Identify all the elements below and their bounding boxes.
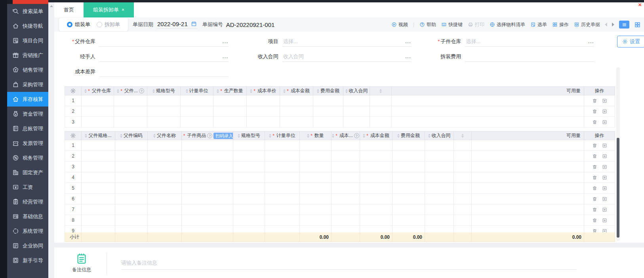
- sidebar-item-system-mgmt[interactable]: 系统管理: [7, 224, 48, 238]
- add-row-icon[interactable]: [602, 109, 607, 114]
- cell-cost-price[interactable]: [247, 117, 280, 127]
- tab-assembly-disassembly[interactable]: 组装拆卸单×: [84, 2, 134, 17]
- toolbar-help[interactable]: 帮助: [419, 21, 436, 28]
- cell-qty[interactable]: [300, 172, 332, 183]
- cell-fee-amount[interactable]: [392, 151, 425, 161]
- trash-icon[interactable]: [592, 228, 597, 233]
- sort-icon[interactable]: [379, 89, 382, 93]
- field-input-project[interactable]: 选择...···: [282, 36, 412, 47]
- field-input-income-contract[interactable]: 收入合同···: [282, 51, 412, 62]
- add-row-icon[interactable]: [602, 143, 607, 148]
- column-settings-button[interactable]: [65, 131, 82, 140]
- chevron-right-icon[interactable]: [612, 23, 614, 27]
- sort-icon[interactable]: [85, 134, 87, 138]
- field-input-cost-variance[interactable]: [99, 67, 229, 77]
- cell-cost-price[interactable]: [247, 106, 280, 116]
- sidebar-item-inventory-accounting[interactable]: 库存核算: [7, 92, 48, 107]
- cell-qty[interactable]: [300, 140, 332, 150]
- cell-fee-amount[interactable]: [313, 95, 343, 106]
- help-icon[interactable]: ?: [139, 88, 144, 93]
- cell-income-contract[interactable]: [343, 106, 370, 116]
- cell-spec-model[interactable]: [233, 162, 265, 172]
- sidebar-item-enterprise-collab[interactable]: 企业协同: [7, 238, 48, 253]
- more-options-button[interactable]: ···: [588, 40, 594, 45]
- cell-available[interactable]: [553, 140, 584, 150]
- sidebar-item-funds-mgmt[interactable]: 资金管理: [7, 107, 48, 121]
- cell-qty[interactable]: [300, 183, 332, 193]
- close-icon[interactable]: ×: [638, 2, 642, 8]
- cell-qty[interactable]: [300, 151, 332, 161]
- add-row-icon[interactable]: [602, 175, 607, 180]
- scroll-up-arrow-icon[interactable]: [50, 5, 53, 7]
- cell-cost-amount[interactable]: [360, 140, 392, 150]
- sidebar-item-beginner-guide[interactable]: 新手引导: [7, 253, 48, 268]
- cell-blank[interactable]: [454, 162, 472, 172]
- cell-parent-code[interactable]: [115, 172, 148, 183]
- cell-income-contract[interactable]: [425, 194, 454, 204]
- cell-cost-amount[interactable]: [280, 117, 313, 127]
- cell-spec-model[interactable]: [233, 151, 265, 161]
- cell-unit[interactable]: [265, 151, 300, 161]
- cell-qty[interactable]: [300, 204, 332, 215]
- radio-assembly[interactable]: 组装单: [67, 21, 90, 28]
- sidebar-item-business-mgmt[interactable]: 经营管理: [7, 194, 48, 209]
- remarks-input[interactable]: 请输入备注信息: [121, 257, 577, 270]
- cell-cost-amount[interactable]: [360, 151, 392, 161]
- cell-fee-amount[interactable]: [392, 204, 425, 215]
- cell-qty[interactable]: [300, 215, 332, 225]
- sort-icon[interactable]: [397, 134, 400, 138]
- more-options-button[interactable]: ···: [223, 55, 229, 60]
- cell-cost-price[interactable]: [332, 162, 360, 172]
- cell-cost-amount[interactable]: [360, 194, 392, 204]
- sidebar-item-marketing[interactable]: 营销推广: [7, 48, 48, 63]
- cell-cost-amount[interactable]: [360, 204, 392, 215]
- grid-view-icon[interactable]: [634, 21, 641, 28]
- sidebar-item-project-contract[interactable]: 项目合同: [7, 33, 48, 48]
- cell-available[interactable]: [553, 183, 584, 193]
- cell-blank[interactable]: [454, 151, 472, 161]
- sidebar-item-search-menu[interactable]: 搜索菜单: [7, 4, 48, 19]
- trash-icon[interactable]: [592, 98, 597, 103]
- cell-parent-code[interactable]: [115, 204, 148, 215]
- toolbar-select-bom[interactable]: 选择物料清单: [490, 21, 525, 28]
- cell-cost-amount[interactable]: [280, 95, 313, 106]
- add-row-icon[interactable]: [602, 154, 607, 159]
- cell-spec-model[interactable]: [233, 194, 265, 204]
- add-row-icon[interactable]: [602, 164, 607, 169]
- cell-parent-code[interactable]: [115, 162, 148, 172]
- cell-cost-amount[interactable]: [360, 162, 392, 172]
- cell-spec-model[interactable]: [233, 140, 265, 150]
- cell-blank[interactable]: [454, 183, 472, 193]
- help-icon[interactable]: ?: [354, 133, 359, 138]
- cell-parent-name[interactable]: [148, 194, 182, 204]
- cell-unit[interactable]: [181, 106, 213, 116]
- cell-child-item[interactable]: [182, 215, 233, 225]
- cell-blank[interactable]: [454, 194, 472, 204]
- cell-parent-name[interactable]: [148, 215, 182, 225]
- toolbar-actions[interactable]: 操作: [552, 21, 569, 28]
- sidebar-item-sales-mgmt[interactable]: 销售管理: [7, 63, 48, 77]
- toolbar-hotkeys[interactable]: 快捷键: [441, 21, 463, 28]
- tab-home[interactable]: 首页: [54, 2, 84, 17]
- sort-icon[interactable]: [182, 134, 182, 138]
- trash-icon[interactable]: [592, 186, 597, 191]
- cell-income-contract[interactable]: [343, 95, 370, 106]
- cell-blank[interactable]: [370, 95, 392, 106]
- cell-unit[interactable]: [265, 215, 300, 225]
- more-options-button[interactable]: ···: [405, 55, 411, 60]
- cell-blank[interactable]: [454, 172, 472, 183]
- cell-spec-model[interactable]: [233, 215, 265, 225]
- chevron-left-icon[interactable]: [605, 23, 607, 27]
- add-row-icon[interactable]: [602, 207, 607, 212]
- cell-income-contract[interactable]: [425, 204, 454, 215]
- cell-fee-amount[interactable]: [392, 172, 425, 183]
- cell-available[interactable]: [553, 204, 584, 215]
- cell-production-qty[interactable]: [213, 106, 247, 116]
- field-input-parent-warehouse[interactable]: ···: [99, 36, 229, 47]
- cell-child-item[interactable]: [182, 151, 233, 161]
- scan-entry-button[interactable]: 扫码录入: [213, 133, 233, 139]
- cell-parent-name[interactable]: [148, 226, 182, 232]
- cell-cost-price[interactable]: [332, 215, 360, 225]
- cell-child-item[interactable]: [182, 183, 233, 193]
- cell-available[interactable]: [553, 194, 584, 204]
